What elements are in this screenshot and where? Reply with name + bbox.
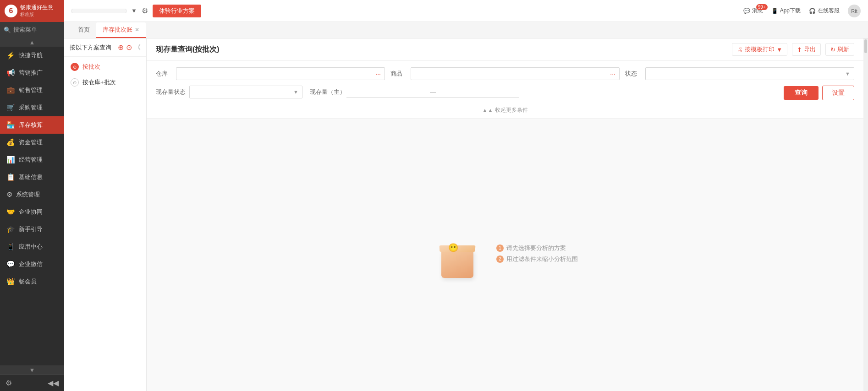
scheme-item-warehouse-batch[interactable]: ⊙ 按仓库+批次 [64,75,146,90]
add-scheme-btn[interactable]: ⊕ [118,43,124,52]
collapse-panel-icon[interactable]: 《 [134,43,141,52]
try-industry-btn[interactable]: 体验行业方案 [153,5,201,17]
sidebar-item-quicknav[interactable]: ⚡ 快捷导航 [0,47,64,64]
sidebar-item-label: 销售管理 [19,86,43,94]
sidebar-search[interactable]: 🔍 搜索菜单 [0,22,64,38]
data-area: 😶 1 请先选择要分析的方案 2 用过滤条件来缩小分析范围 [147,119,863,391]
export-btn-label: 导出 [804,45,816,54]
qty-dash: — [427,88,439,95]
sidebar-item-purchase[interactable]: 🛒 采购管理 [0,99,64,116]
right-scrollbar [863,38,868,391]
scroll-up-btn[interactable]: ▲ [0,38,64,47]
scheme-list: ⊙ 按批次 ⊙ 按仓库+批次 [64,57,146,92]
inventory-icon: 🏪 [6,121,15,129]
sidebar-item-label: 应用中心 [19,243,43,251]
filter-warehouse: 仓库 ··· [156,67,385,80]
search-label: 搜索菜单 [13,26,37,34]
online-service-label: 在线客服 [818,7,840,15]
headset-icon: 🎧 [809,8,816,14]
sidebar-item-label: 快捷导航 [19,51,43,60]
sidebar-item-label: 基础信息 [19,173,43,181]
online-service-btn[interactable]: 🎧 在线客服 [809,7,840,15]
refresh-btn-label: 刷新 [837,45,849,54]
scheme-label: 按仓库+批次 [82,78,116,87]
app-download-btn[interactable]: 📱 App下载 [771,7,801,15]
status-select[interactable]: ▼ [645,67,854,80]
print-icon: 🖨 [737,46,743,53]
tab-close-icon[interactable]: ✕ [135,27,139,33]
sidebar-item-guide[interactable]: 🎓 新手引导 [0,221,64,238]
export-icon: ⬆ [797,46,802,53]
collapse-more-btn[interactable]: ▲▲ 收起更多条件 [156,104,854,116]
wechat-icon: 💬 [6,260,15,268]
scheme-inactive-icon: ⊙ [71,78,79,87]
filter-inventory-qty: 现存量（主） — [310,86,466,98]
header-dropdown[interactable]: ▼ [131,7,137,14]
query-btn[interactable]: 查询 [784,86,819,100]
company-info: 畅康通好生意 标准版 [20,4,53,18]
message-badge: 99+ [756,4,768,10]
sidebar-nav: ⚡ 快捷导航 📢 营销推广 💼 销售管理 🛒 采购管理 🏪 库存核算 💰 资金管… [0,47,64,365]
avatar: Rit [848,5,861,17]
sidebar-item-basic[interactable]: 📋 基础信息 [0,168,64,186]
status-label: 状态 [625,70,642,78]
scheme-header-label: 按以下方案查询 [70,43,111,52]
warehouse-input[interactable]: ··· [176,67,385,80]
tab-bar: 首页 库存批次账 ✕ [64,22,868,38]
status-arrow-icon: ▼ [845,71,850,76]
sidebar-item-appstore[interactable]: 📱 应用中心 [0,238,64,255]
message-btn[interactable]: 💬 消息 99+ [743,7,763,15]
guide-icon: 🎓 [6,225,15,234]
sidebar-item-operations[interactable]: 📊 经营管理 [0,151,64,168]
scheme-active-icon: ⊙ [71,63,79,71]
warehouse-more-icon[interactable]: ··· [375,70,381,77]
app-logo: 6 [5,5,17,17]
inventory-qty-to[interactable] [439,87,519,97]
inventory-status-select[interactable]: ▼ [189,86,302,98]
sidebar-item-wechat[interactable]: 💬 企业微信 [0,255,64,273]
box-body [441,250,473,278]
tab-home[interactable]: 首页 [71,22,96,38]
page-title-bar: 现存量查询(按批次) 🖨 按模板打印 ▼ ⬆ 导出 ↻ 刷新 [147,38,863,61]
tab-inventory-batch[interactable]: 库存批次账 ✕ [96,22,146,38]
filter-row-1: 仓库 ··· 商品 ··· [156,67,854,80]
page-title: 现存量查询(按批次) [156,45,220,54]
product-input[interactable]: ··· [411,67,620,80]
scrollbar-thumb[interactable] [864,39,867,53]
refresh-icon: ↻ [830,46,835,53]
sidebar-item-system[interactable]: ⚙ 系统管理 [0,186,64,203]
sidebar-item-enterprise[interactable]: 🤝 企业协同 [0,203,64,221]
sidebar-footer: ⚙ ◀◀ [0,375,64,391]
filter-inventory-status: 现存量状态 ▼ [156,86,302,98]
sidebar-item-label: 资金管理 [19,138,43,147]
header-settings-icon[interactable]: ⚙ [142,6,148,15]
sidebar-item-inventory[interactable]: 🏪 库存核算 [0,116,64,134]
finance-icon: 💰 [6,138,15,147]
settings-icon[interactable]: ⚙ [5,379,12,387]
filter-section: 仓库 ··· 商品 ··· [147,61,863,119]
filter-product: 商品 ··· [390,67,620,80]
sidebar-item-label: 库存核算 [19,121,43,129]
scheme-settings-icon[interactable]: ⊙ [126,43,132,52]
hint-2-text: 用过滤条件来缩小分析范围 [506,255,578,263]
app-version: 标准版 [20,11,53,18]
sidebar-item-finance[interactable]: 💰 资金管理 [0,134,64,151]
sidebar-item-member[interactable]: 👑 畅会员 [0,273,64,290]
scheme-item-batch[interactable]: ⊙ 按批次 [64,59,146,75]
product-more-icon[interactable]: ··· [610,70,615,77]
tab-label: 库存批次账 [103,26,132,34]
appstore-icon: 📱 [6,243,15,251]
sidebar-item-marketing[interactable]: 📢 营销推广 [0,64,64,81]
export-btn[interactable]: ⬆ 导出 [792,43,821,56]
user-info[interactable]: Rit [848,5,861,17]
settings-btn[interactable]: 设置 [822,86,854,100]
inventory-qty-from[interactable] [346,87,427,97]
search-icon: 🔍 [4,27,11,33]
collapse-sidebar-icon[interactable]: ◀◀ [48,379,59,387]
refresh-btn[interactable]: ↻ 刷新 [825,43,854,56]
title-actions: 🖨 按模板打印 ▼ ⬆ 导出 ↻ 刷新 [732,43,854,56]
sidebar-item-sales[interactable]: 💼 销售管理 [0,81,64,99]
header-search-box[interactable] [71,9,126,13]
print-btn[interactable]: 🖨 按模板打印 ▼ [732,43,787,56]
scroll-down-btn[interactable]: ▼ [0,365,64,375]
